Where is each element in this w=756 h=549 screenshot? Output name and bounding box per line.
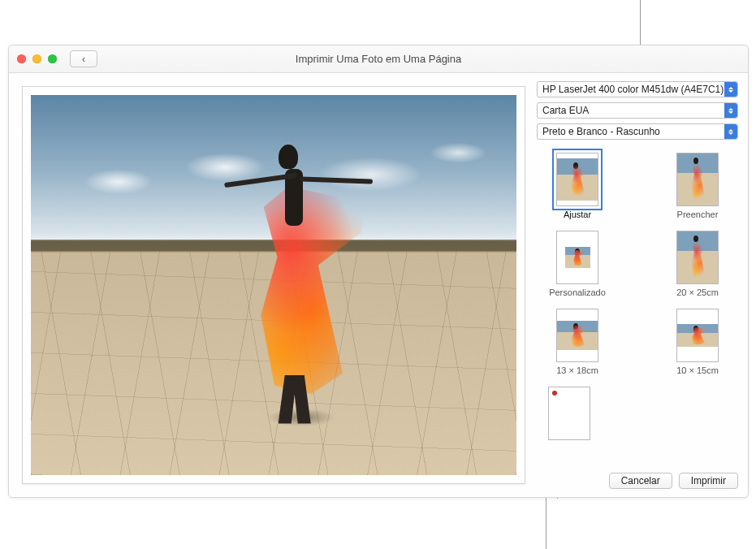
layout-option-fit[interactable]: Ajustar — [545, 153, 610, 219]
cancel-button[interactable]: Cancelar — [609, 473, 672, 489]
photo-preview — [31, 95, 516, 475]
preview-pane — [9, 73, 532, 497]
paper-size-select[interactable]: Carta EUA — [537, 102, 738, 119]
layout-thumb-fit — [556, 153, 598, 206]
layout-thumb-10x15 — [676, 309, 719, 362]
button-label: Cancelar — [621, 475, 660, 486]
layout-thumb-contact — [548, 387, 590, 440]
zoom-window-button[interactable] — [48, 54, 57, 63]
layout-label: Ajustar — [541, 210, 614, 219]
close-window-button[interactable] — [17, 54, 26, 63]
print-quality-select-value: Preto e Branco - Rascunho — [542, 126, 660, 137]
layout-thumb-fill — [676, 153, 719, 206]
back-button[interactable]: ‹ — [70, 50, 97, 67]
layout-label: 20 × 25cm — [661, 287, 734, 297]
layout-option-20x25[interactable]: 20 × 25cm — [665, 231, 730, 297]
dropdown-arrows-icon — [724, 82, 737, 97]
callout-line-buttons — [546, 491, 546, 549]
print-button[interactable]: Imprimir — [679, 473, 738, 489]
layout-option-13x18[interactable]: 13 × 18cm — [545, 309, 610, 375]
layout-label: 10 × 15cm — [661, 365, 734, 375]
title-bar: ‹ Imprimir Uma Foto em Uma Página — [9, 45, 748, 73]
layout-thumb-custom — [556, 231, 598, 284]
printer-select[interactable]: HP LaserJet 400 color M451dw (A4E7C1) — [537, 81, 738, 97]
dialog-body: HP LaserJet 400 color M451dw (A4E7C1) Ca… — [9, 73, 748, 497]
layout-label: 13 × 18cm — [541, 365, 614, 375]
layout-thumb-13x18 — [556, 309, 598, 362]
layout-label: Preencher — [661, 210, 734, 219]
layout-thumb-20x25 — [676, 231, 719, 284]
button-label: Imprimir — [691, 475, 726, 486]
print-dialog-window: ‹ Imprimir Uma Foto em Uma Página — [8, 45, 749, 498]
contact-thumbnail-icon — [552, 391, 557, 396]
paper-size-select-value: Carta EUA — [542, 105, 589, 116]
dropdown-arrows-icon — [724, 103, 737, 118]
chevron-left-icon: ‹ — [82, 54, 85, 65]
print-options-sidebar: HP LaserJet 400 color M451dw (A4E7C1) Ca… — [532, 73, 748, 497]
layout-option-fill[interactable]: Preencher — [665, 153, 730, 219]
window-controls — [17, 54, 57, 63]
dialog-button-row: Cancelar Imprimir — [537, 466, 738, 489]
preview-page — [22, 86, 525, 484]
layout-label: Personalizado — [541, 287, 614, 297]
window-title: Imprimir Uma Foto em Uma Página — [9, 53, 748, 65]
minimize-window-button[interactable] — [32, 54, 41, 63]
dropdown-arrows-icon — [724, 124, 737, 139]
printer-select-value: HP LaserJet 400 color M451dw (A4E7C1) — [542, 84, 724, 95]
layout-options-grid: Ajustar Preencher Personalizado — [537, 153, 738, 443]
layout-option-contact-sheet[interactable] — [537, 387, 602, 443]
layout-option-10x15[interactable]: 10 × 15cm — [665, 309, 730, 375]
layout-option-custom[interactable]: Personalizado — [545, 231, 610, 297]
print-quality-select[interactable]: Preto e Branco - Rascunho — [537, 123, 738, 140]
